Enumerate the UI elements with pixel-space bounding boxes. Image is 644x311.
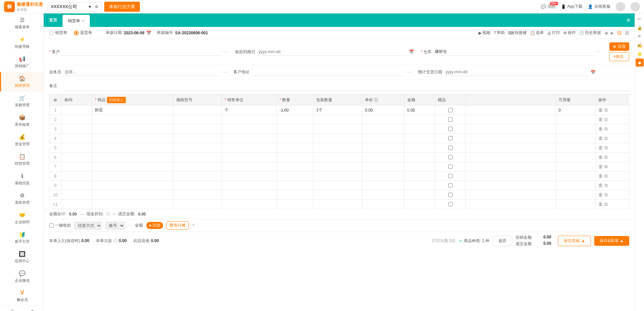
cell-gift[interactable] <box>435 124 465 134</box>
remark-input[interactable] <box>64 83 629 91</box>
cell-goods[interactable] <box>92 143 173 153</box>
delete-row-icon[interactable]: 🗑 <box>598 173 603 179</box>
cell-goods[interactable] <box>92 171 173 181</box>
account-no-select[interactable]: 账号 <box>105 222 125 230</box>
right-tool-1[interactable]: ✏ <box>636 15 644 23</box>
expected-date-input[interactable] <box>444 68 589 76</box>
customer-addr-input[interactable] <box>252 68 405 76</box>
delete-row-icon[interactable]: 🗑 <box>598 164 603 169</box>
cell-goods[interactable] <box>92 124 173 134</box>
gift-checkbox[interactable] <box>448 146 453 150</box>
cell-goods[interactable] <box>92 190 173 200</box>
customer-addr-dots[interactable]: ··· <box>407 69 411 75</box>
settings-button[interactable]: ⚙ 设置 <box>609 42 629 51</box>
payment-dots[interactable]: ··· <box>128 223 131 228</box>
copy-row-icon[interactable]: ⧉ <box>604 201 608 207</box>
cell-gift[interactable] <box>435 181 465 190</box>
copy-row-icon[interactable]: ⧉ <box>604 192 608 198</box>
sidebar-item-quick-nav[interactable]: ⚡ 快捷导航 <box>0 33 43 52</box>
cell-gift[interactable] <box>435 153 465 162</box>
gift-checkbox[interactable] <box>448 136 453 141</box>
tab-sale-order[interactable]: 销货单 × <box>63 15 90 27</box>
copy-row-icon[interactable]: ⧉ <box>604 145 608 151</box>
gift-checkbox[interactable] <box>448 183 453 188</box>
gift-checkbox[interactable] <box>448 127 453 131</box>
sidebar-item-sales[interactable]: 🏠 销售管理 <box>0 72 43 91</box>
cell-gift[interactable] <box>435 171 465 181</box>
close-window-icon[interactable]: ✕ <box>626 17 635 24</box>
calc-method-select[interactable]: 结算方式 <box>74 222 102 230</box>
app-download[interactable]: 📱 App下载 <box>561 4 582 9</box>
delete-row-icon[interactable]: 🗑 <box>598 126 603 132</box>
delete-row-icon[interactable]: 🗑 <box>598 135 603 141</box>
sidebar-item-purchase[interactable]: 🛒 采购管理 <box>0 91 43 111</box>
gift-checkbox[interactable] <box>448 193 453 197</box>
trial-button[interactable]: 体验行业方案 <box>104 2 140 12</box>
payment-date-input[interactable] <box>257 48 407 56</box>
cell-goods[interactable]: 拆贡 <box>92 106 173 115</box>
add-payment-button[interactable]: ● 添加 <box>146 222 163 229</box>
sidebar-item-inventory[interactable]: 📦 库存核算 <box>0 111 43 130</box>
gift-checkbox[interactable] <box>448 164 453 169</box>
cell-goods[interactable] <box>92 153 173 162</box>
company-selector[interactable]: XXXXXX公司 ▾ ⚙ <box>48 2 102 11</box>
save-draft-button[interactable]: 保存草稿 ▲ <box>558 236 591 246</box>
one-click-pay-checkbox[interactable]: 一键收款 <box>49 223 71 228</box>
user-avatar[interactable] <box>616 2 625 11</box>
settings-icon[interactable]: ⚙ <box>95 4 99 9</box>
sidebar-settings-icon[interactable]: ⚙ <box>10 309 14 311</box>
expected-date-calendar-icon[interactable]: 📅 <box>591 70 596 75</box>
sidebar-item-app-center[interactable]: 🔲 应用中心 <box>0 247 43 267</box>
copy-row-icon[interactable]: ⧉ <box>604 183 608 188</box>
one-click-pay-check[interactable] <box>49 223 53 228</box>
sidebar-item-finance[interactable]: 💰 资金管理 <box>0 130 43 150</box>
right-tool-5[interactable]: ⭐ <box>636 50 644 58</box>
grid-view-icon[interactable]: ⊞ <box>625 30 629 36</box>
cell-goods[interactable] <box>92 181 173 190</box>
delete-row-icon[interactable]: 🗑 <box>598 107 603 113</box>
salesman-dots[interactable]: ··· <box>222 69 227 75</box>
cell-goods[interactable] <box>92 134 173 143</box>
action-print[interactable]: 🖨 打印 <box>547 30 560 36</box>
tab-close-icon[interactable]: × <box>82 18 84 23</box>
cell-gift[interactable] <box>435 106 465 115</box>
sidebar-item-marketing[interactable]: 📢 营销推广 <box>0 52 43 72</box>
right-tool-6[interactable]: ◆ <box>636 59 644 67</box>
delete-row-icon[interactable]: 🗑 <box>598 201 603 207</box>
sidebar-item-search-bill[interactable]: ☰ 搜索菜单 <box>0 13 43 33</box>
gift-checkbox[interactable] <box>448 155 453 159</box>
save-new-button[interactable]: 保存&新增 ▲ <box>594 236 629 246</box>
gift-checkbox[interactable] <box>448 117 453 122</box>
cell-gift[interactable] <box>435 143 465 153</box>
right-tool-3[interactable]: 👁 <box>636 32 644 40</box>
cell-goods[interactable] <box>92 200 173 209</box>
right-tool-4[interactable]: ✍ <box>636 41 644 49</box>
cell-goods[interactable] <box>92 162 173 171</box>
delete-row-icon[interactable]: 🗑 <box>598 192 603 198</box>
prev-icon[interactable]: ◀ <box>604 31 607 35</box>
delete-row-icon[interactable]: 🗑 <box>598 183 603 188</box>
action-history[interactable]: 🕐 历史单据 <box>579 30 601 36</box>
customer-input[interactable] <box>62 48 222 56</box>
copy-row-icon[interactable]: ⧉ <box>604 107 608 113</box>
warehouse-input[interactable] <box>433 48 593 56</box>
radio-sale[interactable]: 销货单 <box>49 30 67 36</box>
payment-date-calendar-icon[interactable]: 📅 <box>409 49 414 54</box>
sidebar-collapse-icon[interactable]: ◀ <box>30 309 33 311</box>
sidebar-item-member[interactable]: V 畅会员 <box>0 286 43 306</box>
sidebar-item-operation[interactable]: 📋 经营管理 <box>0 150 43 169</box>
copy-row-icon[interactable]: ⧉ <box>604 117 608 122</box>
delete-row-icon[interactable]: 🗑 <box>598 145 603 151</box>
gift-checkbox[interactable] <box>448 174 453 178</box>
sidebar-item-new-guide[interactable]: 🔰 新手引导 <box>0 228 43 247</box>
logistics-button[interactable]: +物流 <box>609 52 629 61</box>
salesman-input[interactable] <box>63 68 220 76</box>
cell-goods[interactable] <box>92 115 173 124</box>
message-area[interactable]: 💬 消息 99+ <box>541 4 556 9</box>
action-choose[interactable]: 📋 选单 <box>530 30 544 36</box>
calendar-icon[interactable]: 📅 <box>146 31 151 35</box>
discard-button[interactable]: 放弃 <box>493 236 512 246</box>
cell-gift[interactable] <box>435 134 465 143</box>
delete-row-icon[interactable]: 🗑 <box>598 154 603 160</box>
cell-gift[interactable] <box>435 115 465 124</box>
